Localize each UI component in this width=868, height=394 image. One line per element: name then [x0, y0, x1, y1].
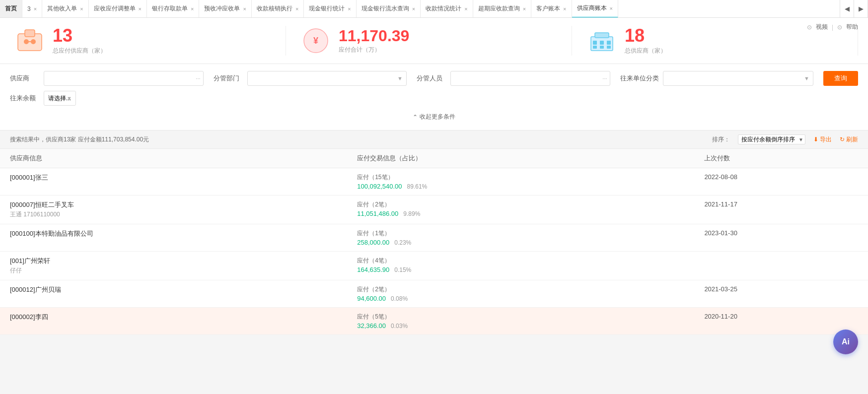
- svg-rect-11: [607, 41, 611, 45]
- category-select-wrap: ▼: [663, 71, 814, 86]
- table-row: [000001]张三应付（15笔）100,092,540.0089.61%202…: [0, 168, 868, 196]
- filter-supplier: 供应商 ···: [10, 71, 204, 86]
- transaction-amount: 164,635.90: [357, 266, 389, 273]
- nav-close-receipt-verify[interactable]: ×: [295, 6, 298, 12]
- nav-prev-arrow[interactable]: ◀: [840, 0, 854, 18]
- nav-tab-supplier-ledger[interactable]: 供应商账本 ×: [572, 0, 618, 18]
- nav-close-ar-ap[interactable]: ×: [139, 6, 142, 12]
- supplier-link[interactable]: [000100]本特勤油品有限公司: [10, 230, 93, 237]
- query-button[interactable]: 查询: [823, 71, 858, 86]
- export-button[interactable]: ⬇ 导出: [813, 135, 832, 144]
- nav-close-supplier-ledger[interactable]: ×: [610, 5, 613, 11]
- nav-tab-3[interactable]: 3 ×: [22, 0, 42, 18]
- help-link[interactable]: 帮助: [846, 23, 858, 31]
- nav-prepay-label: 预收冲应收单: [204, 4, 240, 13]
- svg-rect-12: [593, 46, 597, 49]
- nav-close-cash-bank-flow[interactable]: ×: [412, 6, 415, 12]
- supplier-link[interactable]: [000002]李四: [10, 313, 48, 321]
- nav-close-other-income[interactable]: ×: [80, 6, 83, 12]
- department-select[interactable]: [247, 71, 407, 86]
- supplier-info-cell: [000012]广州贝瑞: [0, 280, 347, 308]
- nav-close-prepay[interactable]: ×: [243, 6, 246, 12]
- nav-tab-receipt-verify[interactable]: 收款核销执行 ×: [252, 0, 304, 18]
- nav-close-customer-ledger[interactable]: ×: [563, 6, 566, 12]
- transaction-info-cell: 应付（15笔）100,092,540.0089.61%: [347, 168, 694, 196]
- nav-other-income-label: 其他收入单: [47, 4, 77, 13]
- stat-2-number: 11,170.39: [339, 28, 409, 44]
- transaction-label: 应付（15笔）: [357, 173, 684, 182]
- supplier-link[interactable]: [000012]广州贝瑞: [10, 286, 61, 293]
- transaction-label: 应付（4笔）: [357, 257, 684, 265]
- video-link[interactable]: 视频: [816, 23, 828, 31]
- person-label: 分管人员: [417, 74, 446, 83]
- transaction-amount: 11,051,486.00: [357, 210, 398, 217]
- sort-label: 排序：: [712, 135, 730, 144]
- supplier-info-cell: [000100]本特勤油品有限公司: [0, 224, 347, 252]
- svg-rect-8: [595, 33, 609, 38]
- nav-close-cash-bank-stat[interactable]: ×: [348, 6, 351, 12]
- transaction-info-cell: 应付（1笔）258,000.000.23%: [347, 224, 694, 252]
- nav-tab-home[interactable]: 首页: [0, 0, 22, 18]
- filter-section: 供应商 ··· 分管部门 ▼ 分管人员 ··· 往来单位分类: [0, 64, 868, 131]
- filter-department: 分管部门 ▼: [214, 71, 407, 86]
- nav-tab-overdue-ar[interactable]: 超期应收款查询 ×: [473, 0, 531, 18]
- svg-rect-9: [593, 41, 597, 45]
- nav-next-arrow[interactable]: ▶: [854, 0, 868, 18]
- supplier-table: 供应商信息 应付交易信息（占比） 上次付数 [000001]张三应付（15笔）1…: [0, 149, 868, 335]
- balance-label: 往来余额: [10, 94, 40, 103]
- filter-balance: 往来余额 请选择... ▼: [10, 91, 76, 106]
- supplier-info-cell: [001]广州荣轩仔仔: [0, 252, 347, 280]
- nav-tab-prepay[interactable]: 预收冲应收单 ×: [199, 0, 251, 18]
- svg-rect-14: [607, 46, 611, 49]
- circle-icon: ⊙: [807, 24, 812, 31]
- department-select-wrap: ▼: [247, 71, 407, 86]
- supplier-link[interactable]: [000001]张三: [10, 174, 48, 181]
- transaction-percent: 0.08%: [391, 295, 408, 302]
- svg-rect-13: [600, 46, 604, 49]
- supplier-link[interactable]: [000007]恒旺二手叉车: [10, 201, 74, 208]
- nav-close-bank[interactable]: ×: [191, 6, 194, 12]
- nav-tab-cash-bank-stat[interactable]: 现金银行统计 ×: [304, 0, 356, 18]
- top-navigation: 首页 3 × 其他收入单 × 应收应付调整单 × 银行存取款单 × 预收冲应收单…: [0, 0, 868, 18]
- col-supplier-info: 供应商信息: [0, 149, 347, 168]
- category-select[interactable]: [663, 71, 814, 86]
- nav-tab-bank-deposit[interactable]: 银行存取款单 ×: [147, 0, 199, 18]
- sort-select[interactable]: 按应付余额倒序排序: [738, 134, 805, 144]
- nav-tab-ar-ap-adjust[interactable]: 应收应付调整单 ×: [89, 0, 147, 18]
- results-summary: 搜索结果中，供应商13家 应付金额111,703,854.00元: [10, 135, 149, 144]
- table-row: [000100]本特勤油品有限公司应付（1笔）258,000.000.23%20…: [0, 224, 868, 252]
- nav-tab-receipt-stat[interactable]: 收款情况统计 ×: [421, 0, 473, 18]
- department-label: 分管部门: [214, 74, 243, 83]
- transaction-percent: 89.61%: [407, 183, 428, 190]
- supplier-label: 供应商: [10, 74, 40, 83]
- nav-tab-3-label: 3: [27, 5, 31, 12]
- supplier-input-dots[interactable]: ···: [196, 75, 200, 81]
- nav-close-overdue-ar[interactable]: ×: [523, 6, 526, 12]
- nav-close-3[interactable]: ×: [34, 6, 37, 12]
- person-input[interactable]: [450, 71, 610, 86]
- collapse-button[interactable]: ⌃ 收起更多条件: [10, 111, 858, 123]
- refresh-button[interactable]: ↻ 刷新: [840, 135, 858, 144]
- supplier-input[interactable]: [44, 71, 204, 86]
- table-header: 供应商信息 应付交易信息（占比） 上次付数: [0, 149, 868, 168]
- person-input-dots[interactable]: ···: [602, 75, 607, 81]
- nav-tab-cash-bank-flow[interactable]: 现金银行流水查询 ×: [357, 0, 421, 18]
- supplier-info-cell: [000002]李四: [0, 308, 347, 335]
- supplier-icon-3: [587, 26, 617, 56]
- nav-receipt-stat-label: 收款情况统计: [426, 4, 461, 13]
- transaction-label: 应付（1笔）: [357, 229, 684, 238]
- supplier-link[interactable]: [001]广州荣轩: [10, 257, 50, 264]
- balance-select[interactable]: 请选择...: [44, 91, 76, 106]
- transaction-percent: 9.89%: [403, 210, 420, 217]
- transaction-amount: 94,600.00: [357, 295, 386, 302]
- nav-close-receipt-stat[interactable]: ×: [464, 6, 467, 12]
- nav-tab-customer-ledger[interactable]: 客户账本 ×: [531, 0, 572, 18]
- stat-2-content: 11,170.39 应付合计（万）: [339, 28, 409, 54]
- transaction-info-cell: 应付（4笔）164,635.900.15%: [347, 252, 694, 280]
- last-payment-cell: 2021-03-25: [694, 280, 868, 308]
- table-row: [000012]广州贝瑞应付（2笔）94,600.000.08%2021-03-…: [0, 280, 868, 308]
- stat-1-content: 13 总应付供应商（家）: [53, 27, 106, 55]
- nav-ar-ap-label: 应收应付调整单: [94, 4, 136, 13]
- nav-tab-other-income[interactable]: 其他收入单 ×: [42, 0, 88, 18]
- supplier-sub-info: 王通 17106110000: [10, 210, 337, 219]
